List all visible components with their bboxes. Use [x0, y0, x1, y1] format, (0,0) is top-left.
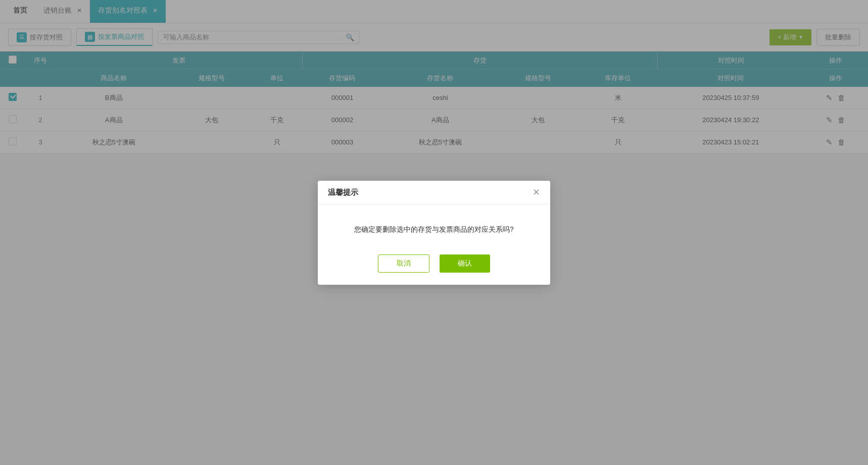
modal-overlay: 温馨提示 ✕ 您确定要删除选中的存货与发票商品的对应关系吗? 取消 确认	[0, 0, 868, 153]
